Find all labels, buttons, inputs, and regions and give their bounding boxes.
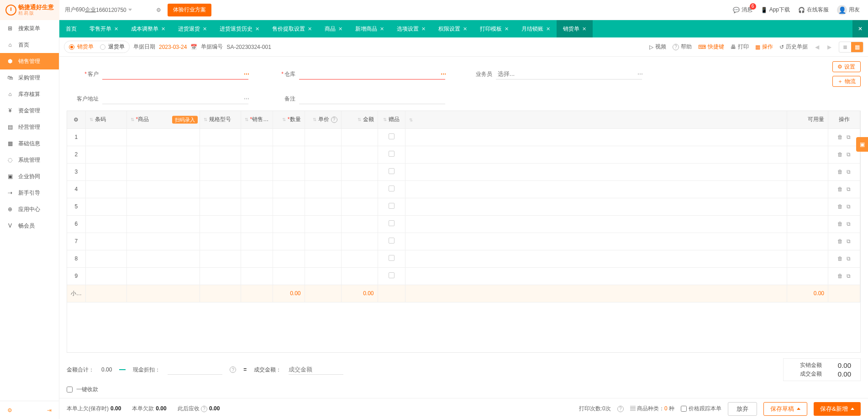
gift-checkbox[interactable] [389, 255, 395, 261]
row-copy-icon[interactable]: ⧉ [847, 134, 851, 140]
radio-return-order[interactable]: 退货单 [100, 43, 125, 51]
row-delete-icon[interactable]: 🗑 [837, 203, 843, 210]
sidebar-item-7[interactable]: ▦基础信息 [0, 135, 59, 152]
online-service-button[interactable]: 🎧 在线客服 [798, 6, 829, 14]
gift-checkbox[interactable] [389, 186, 395, 191]
customer-input[interactable] [102, 69, 248, 80]
col-settings[interactable]: ⚙ [67, 111, 85, 128]
logistics-button[interactable]: ＋物流 [832, 76, 861, 87]
tab-close-icon[interactable]: ✕ [546, 26, 550, 32]
table-row[interactable]: 4🗑⧉ [67, 180, 860, 198]
table-row[interactable]: 1🗑⧉ [67, 128, 860, 146]
doc-date-value[interactable]: 2023-03-24 [159, 44, 187, 50]
col-amount[interactable]: ⇅金额 [341, 111, 378, 128]
sidebar-collapse-icon[interactable]: ⇥ [47, 407, 52, 414]
col-spec[interactable]: ⇅规格型号 [200, 111, 241, 128]
tab-2[interactable]: 成本调整单✕ [125, 20, 172, 37]
app-download-button[interactable]: 📱 App下载 [761, 6, 790, 14]
row-copy-icon[interactable]: ⧉ [847, 203, 851, 210]
print-button[interactable]: 🖶打印 [731, 43, 749, 51]
sidebar-item-6[interactable]: ▤经营管理 [0, 119, 59, 135]
sidebar-item-11[interactable]: ⊕应用中心 [0, 201, 59, 217]
tab-7[interactable]: 新增商品✕ [349, 20, 390, 37]
radio-sale-order[interactable]: 销货单 [69, 43, 94, 51]
shortcut-button[interactable]: ⌨快捷键 [698, 43, 724, 51]
scan-input-badge[interactable]: 扫码录入 [172, 116, 198, 123]
row-delete-icon[interactable]: 🗑 [837, 186, 843, 192]
row-delete-icon[interactable]: 🗑 [837, 134, 843, 140]
history-button[interactable]: ↺历史单据 [779, 43, 808, 51]
row-delete-icon[interactable]: 🗑 [837, 221, 843, 227]
tenant-selector[interactable]: 用户690企业1660120750 [65, 6, 152, 14]
sidebar-item-9[interactable]: ▣企业协同 [0, 168, 59, 185]
messages-button[interactable]: 💬 消息 6 [733, 6, 752, 14]
gift-checkbox[interactable] [389, 151, 395, 157]
row-delete-icon[interactable]: 🗑 [837, 151, 843, 158]
current-user[interactable]: 👤 用友 [837, 5, 860, 15]
deal-input[interactable] [289, 365, 343, 375]
table-row[interactable]: 7🗑⧉ [67, 233, 860, 250]
tab-close-icon[interactable]: ✕ [114, 26, 118, 32]
customer-lookup-icon[interactable]: ⋯ [244, 71, 250, 77]
col-gift[interactable]: ⇅赠品 [378, 111, 405, 128]
tab-9[interactable]: 权限设置✕ [432, 20, 473, 37]
sidebar-item-5[interactable]: ¥资金管理 [0, 102, 59, 119]
row-copy-icon[interactable]: ⧉ [847, 151, 851, 158]
tab-11[interactable]: 月结锁账✕ [515, 20, 557, 37]
tab-12[interactable]: 销货单✕ [557, 20, 593, 37]
gift-checkbox[interactable] [389, 238, 395, 244]
table-row[interactable]: 8🗑⧉ [67, 250, 860, 267]
row-copy-icon[interactable]: ⧉ [847, 221, 851, 227]
warehouse-input[interactable] [299, 69, 445, 80]
row-delete-icon[interactable]: 🗑 [837, 273, 843, 279]
row-delete-icon[interactable]: 🗑 [837, 255, 843, 262]
warehouse-lookup-icon[interactable]: ⋯ [441, 71, 447, 77]
discount-help-icon[interactable]: ? [230, 366, 236, 373]
col-product[interactable]: ⇅*商品扫码录入 [126, 111, 200, 128]
tab-1[interactable]: 零售开单✕ [83, 20, 125, 37]
table-row[interactable]: 9🗑⧉ [67, 267, 860, 285]
sidebar-item-4[interactable]: ⌂库存核算 [0, 86, 59, 102]
tab-5[interactable]: 售价提取设置✕ [266, 20, 318, 37]
gift-checkbox[interactable] [389, 220, 395, 226]
table-row[interactable]: 2🗑⧉ [67, 146, 860, 163]
save-draft-button[interactable]: 保存草稿 [763, 402, 807, 416]
tab-6[interactable]: 商品✕ [318, 20, 349, 37]
tab-3[interactable]: 进货退货✕ [172, 20, 213, 37]
print-count-help-icon[interactable]: ? [617, 406, 624, 412]
table-row[interactable]: 6🗑⧉ [67, 215, 860, 233]
discount-input[interactable] [168, 365, 222, 375]
salesman-lookup-icon[interactable]: ⋯ [637, 71, 643, 77]
col-blank[interactable]: ⇅ [405, 111, 787, 128]
sidebar-item-1[interactable]: ⌂首页 [0, 37, 59, 53]
tab-8[interactable]: 选项设置✕ [390, 20, 432, 37]
sidebar-item-2[interactable]: ⬢销售管理 [0, 53, 59, 69]
col-unit[interactable]: ⇅*销售单位 [241, 111, 273, 128]
tab-close-icon[interactable]: ✕ [421, 26, 426, 32]
tab-close-icon[interactable]: ✕ [380, 26, 384, 32]
table-row[interactable]: 3🗑⧉ [67, 163, 860, 180]
row-copy-icon[interactable]: ⧉ [847, 186, 851, 192]
sidebar-item-8[interactable]: ◌系统管理 [0, 152, 59, 168]
price-help-icon[interactable]: ? [331, 117, 337, 123]
settings-button[interactable]: ⚙设置 [832, 61, 861, 72]
sidebar-settings-icon[interactable]: ⚙ [7, 407, 12, 414]
tenant-settings-icon[interactable]: ⚙ [156, 7, 161, 13]
row-delete-icon[interactable]: 🗑 [837, 169, 843, 175]
tab-0[interactable]: 首页 [59, 20, 83, 37]
sidebar-item-10[interactable]: ⇢新手引导 [0, 185, 59, 201]
sidebar-item-12[interactable]: V畅会员 [0, 217, 59, 234]
col-barcode[interactable]: ⇅条码 [85, 111, 126, 128]
view-list-button[interactable]: ≣ [839, 42, 851, 52]
tab-close-icon[interactable]: ✕ [463, 26, 467, 32]
tab-10[interactable]: 打印模板✕ [473, 20, 515, 37]
gift-checkbox[interactable] [389, 272, 395, 278]
save-and-new-button[interactable]: 保存&新增 [814, 402, 861, 416]
discard-button[interactable]: 放弃 [728, 402, 757, 416]
view-grid-button[interactable]: ▦ [851, 42, 863, 52]
col-qty[interactable]: ⇅*数量 [273, 111, 305, 128]
try-industry-button[interactable]: 体验行业方案 [168, 4, 211, 16]
calendar-icon[interactable]: 📅 [190, 44, 197, 50]
row-copy-icon[interactable]: ⧉ [847, 169, 851, 175]
gift-checkbox[interactable] [389, 133, 395, 139]
